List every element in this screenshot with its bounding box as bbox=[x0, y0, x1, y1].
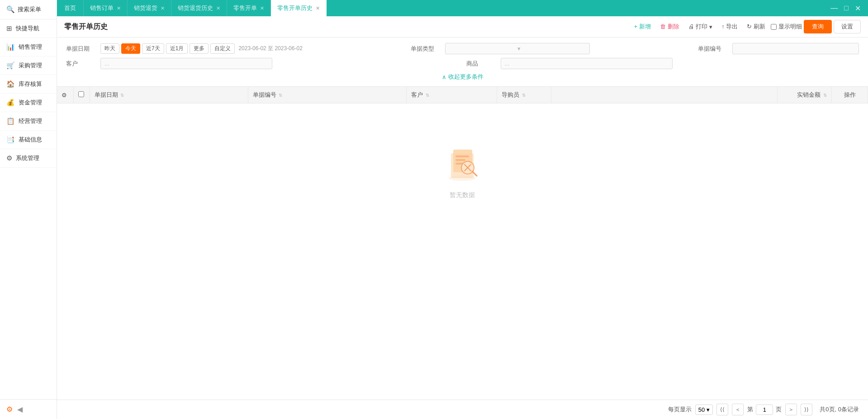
show-detail-label: 显示明细 bbox=[778, 23, 802, 31]
sidebar-item-label: 销售管理 bbox=[19, 43, 42, 51]
tab-home[interactable]: 首页 bbox=[57, 0, 84, 16]
customer-sort-icon: ⇅ bbox=[426, 93, 429, 98]
basic-info-icon: 📑 bbox=[6, 136, 15, 144]
tab-retail-open[interactable]: 零售开单 ✕ bbox=[227, 0, 271, 16]
sidebar-collapse-button[interactable]: ◀ bbox=[17, 405, 23, 414]
business-icon: 📋 bbox=[6, 117, 15, 125]
add-label: + 新增 bbox=[634, 23, 651, 31]
goods-input[interactable]: ... bbox=[501, 58, 673, 69]
tab-sales-return-label: 销货退货 bbox=[134, 4, 157, 12]
sidebar-bottom: ⚙ ◀ bbox=[0, 399, 57, 419]
query-button[interactable]: 查询 bbox=[804, 20, 832, 33]
tab-retail-open-label: 零售开单 bbox=[233, 4, 257, 12]
content-body: 零售开单历史 + 新增 🗑 删除 🖨 打印 ▾ ↑ 导出 ↻ 刷新 bbox=[57, 16, 868, 419]
th-amount[interactable] bbox=[551, 87, 778, 104]
sidebar: 🔍 搜索采单 ⊞ 快捷导航 📊 销售管理 🛒 采购管理 🏠 库存核算 💰 资金管… bbox=[0, 0, 57, 419]
sidebar-item-purchase-mgmt[interactable]: 🛒 采购管理 bbox=[0, 56, 57, 75]
sidebar-item-label: 快捷导航 bbox=[16, 24, 39, 33]
th-salesperson[interactable]: 导购员 ⇅ bbox=[497, 87, 551, 104]
maximize-button[interactable]: □ bbox=[844, 4, 849, 12]
data-table: ⚙ 单据日期 ⇅ 单据编号 ⇅ bbox=[57, 87, 868, 235]
th-real-amount[interactable]: 实销金额 ⇅ bbox=[778, 87, 832, 104]
tab-sales-order-close[interactable]: ✕ bbox=[117, 6, 121, 11]
customer-input[interactable]: ... bbox=[100, 58, 272, 69]
date-btn-more[interactable]: 更多 bbox=[190, 43, 209, 54]
minimize-button[interactable]: — bbox=[830, 4, 838, 12]
date-btn-1month[interactable]: 近1月 bbox=[166, 43, 188, 54]
collapse-row[interactable]: ∧ 收起更多条件 bbox=[66, 73, 859, 81]
first-page-button[interactable]: ⟨⟨ bbox=[716, 404, 728, 415]
export-button[interactable]: ↑ 导出 bbox=[718, 21, 741, 33]
sidebar-item-basic-info[interactable]: 📑 基础信息 bbox=[0, 131, 57, 149]
sales-mgmt-icon: 📊 bbox=[6, 43, 15, 51]
purchase-mgmt-icon: 🛒 bbox=[6, 61, 15, 70]
tab-sales-return[interactable]: 销货退货 ✕ bbox=[128, 0, 171, 16]
close-button[interactable]: ✕ bbox=[855, 4, 861, 13]
empty-state: 暂无数据 bbox=[57, 104, 868, 235]
th-number[interactable]: 单据编号 ⇅ bbox=[248, 87, 406, 104]
svg-rect-4 bbox=[455, 159, 465, 161]
th-action: 操作 bbox=[832, 87, 868, 104]
inventory-icon: 🏠 bbox=[6, 80, 15, 88]
per-page-label: 每页显示 bbox=[668, 405, 692, 414]
sidebar-search[interactable]: 🔍 搜索采单 bbox=[0, 0, 57, 19]
th-customer[interactable]: 客户 ⇅ bbox=[407, 87, 497, 104]
th-gear[interactable]: ⚙ bbox=[57, 87, 73, 104]
tab-home-label: 首页 bbox=[64, 4, 76, 12]
date-btn-custom[interactable]: 自定义 bbox=[210, 43, 235, 54]
page-suffix: 页 bbox=[776, 405, 782, 414]
page-number-input[interactable] bbox=[756, 405, 773, 415]
th-check[interactable] bbox=[73, 87, 90, 104]
sidebar-item-quick-nav[interactable]: ⊞ 快捷导航 bbox=[0, 19, 57, 38]
num-input[interactable] bbox=[732, 43, 859, 54]
add-button[interactable]: + 新增 bbox=[631, 21, 655, 33]
system-icon: ⚙ bbox=[6, 154, 12, 162]
refresh-button[interactable]: ↻ 刷新 bbox=[743, 21, 769, 33]
tab-retail-history[interactable]: 零售开单历史 ✕ bbox=[271, 0, 327, 16]
date-btn-today[interactable]: 今天 bbox=[121, 43, 140, 54]
customer-dots: ... bbox=[104, 60, 268, 67]
setting-button[interactable]: 设置 bbox=[834, 20, 861, 33]
print-arrow-icon: ▾ bbox=[709, 24, 712, 30]
prev-page-button[interactable]: ＜ bbox=[732, 404, 744, 415]
sidebar-item-label: 基础信息 bbox=[19, 136, 42, 144]
pagination-bar: 每页显示 50 ▾ ⟨⟨ ＜ 第 页 ＞ ⟩⟩ 共0页, 0条记录 bbox=[57, 400, 868, 419]
th-date[interactable]: 单据日期 ⇅ bbox=[90, 87, 248, 104]
delete-button[interactable]: 🗑 删除 bbox=[656, 21, 683, 33]
tab-sales-return-history[interactable]: 销货退货历史 ✕ bbox=[171, 0, 227, 16]
main-toolbar: 零售开单历史 + 新增 🗑 删除 🖨 打印 ▾ ↑ 导出 ↻ 刷新 bbox=[57, 16, 868, 38]
show-detail-toggle[interactable]: 显示明细 bbox=[771, 23, 802, 31]
next-page-button[interactable]: ＞ bbox=[785, 404, 797, 415]
print-button[interactable]: 🖨 打印 ▾ bbox=[685, 21, 716, 33]
sidebar-item-label: 资金管理 bbox=[19, 99, 42, 107]
gear-settings-icon[interactable]: ⚙ bbox=[62, 92, 67, 99]
refresh-label: ↻ 刷新 bbox=[747, 23, 765, 31]
main-area: 首页 销售订单 ✕ 销货退货 ✕ 销货退货历史 ✕ 零售开单 ✕ 零售开单历史 … bbox=[57, 0, 868, 419]
tab-retail-history-close[interactable]: ✕ bbox=[316, 6, 320, 11]
show-detail-checkbox[interactable] bbox=[771, 24, 777, 30]
top-nav-right: — □ ✕ bbox=[830, 4, 868, 13]
date-btn-7days[interactable]: 近7天 bbox=[142, 43, 164, 54]
collapse-icon: ∧ bbox=[442, 74, 446, 80]
sidebar-item-business[interactable]: 📋 经营管理 bbox=[0, 112, 57, 131]
tab-sales-order[interactable]: 销售订单 ✕ bbox=[84, 0, 128, 16]
sidebar-item-label: 采购管理 bbox=[19, 61, 42, 70]
tab-sales-order-label: 销售订单 bbox=[90, 4, 114, 12]
type-dropdown[interactable]: ▾ bbox=[445, 43, 590, 54]
tab-sales-return-history-close[interactable]: ✕ bbox=[216, 6, 220, 11]
sidebar-item-finance[interactable]: 💰 资金管理 bbox=[0, 94, 57, 112]
date-range-display: 2023-06-02 至 2023-06-02 bbox=[238, 45, 302, 52]
date-buttons: 昨天 今天 近7天 近1月 更多 自定义 2023-06-02 至 2023-0… bbox=[100, 43, 303, 54]
sidebar-item-inventory[interactable]: 🏠 库存核算 bbox=[0, 75, 57, 94]
type-dropdown-arrow: ▾ bbox=[517, 45, 586, 52]
settings-gear-button[interactable]: ⚙ bbox=[6, 405, 13, 414]
last-page-button[interactable]: ⟩⟩ bbox=[801, 404, 812, 415]
date-btn-yesterday[interactable]: 昨天 bbox=[100, 43, 119, 54]
sidebar-item-sales-mgmt[interactable]: 📊 销售管理 bbox=[0, 38, 57, 56]
per-page-select[interactable]: 50 ▾ bbox=[695, 405, 713, 415]
tab-retail-open-close[interactable]: ✕ bbox=[260, 6, 264, 11]
select-all-checkbox[interactable] bbox=[78, 91, 84, 97]
empty-text: 暂无数据 bbox=[450, 191, 475, 199]
sidebar-item-system[interactable]: ⚙ 系统管理 bbox=[0, 149, 57, 168]
tab-sales-return-close[interactable]: ✕ bbox=[161, 6, 165, 11]
